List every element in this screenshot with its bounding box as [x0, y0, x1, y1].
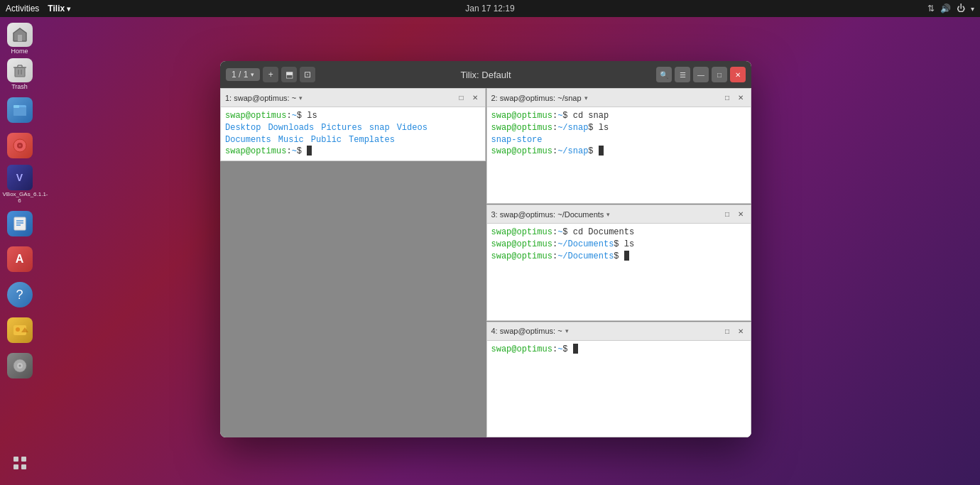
sync-button[interactable]: ⊡	[300, 67, 315, 82]
cursor	[599, 146, 604, 156]
files-icon	[7, 97, 33, 123]
pane-3-maximize-btn[interactable]: □	[722, 209, 733, 220]
trash-label: Trash	[11, 84, 28, 91]
terminal-pane-1[interactable]: 1: swap@optimus: ~ ▾ □ ✕ swap@optimus:~$…	[220, 88, 486, 161]
pane-2-maximize-btn[interactable]: □	[722, 92, 733, 104]
tilix-content: 1: swap@optimus: ~ ▾ □ ✕ swap@optimus:~$…	[220, 88, 751, 437]
svg-point-23	[18, 365, 21, 367]
cursor	[573, 344, 578, 354]
dir-row: Documents Music Public Templates	[225, 134, 481, 146]
pane-4-controls: □ ✕	[722, 325, 746, 337]
svg-rect-24	[13, 457, 18, 462]
dock-item-writer[interactable]	[4, 207, 36, 240]
minimize-button[interactable]: —	[693, 67, 709, 82]
dock-item-appstore[interactable]: A	[4, 243, 36, 276]
terminal-pane-4[interactable]: 4: swap@optimus: ~ ▾ □ ✕ swap@optimus:~$	[486, 322, 752, 437]
terminal-line: swap@optimus:~/snap$	[491, 146, 747, 158]
pane-4-dropdown[interactable]: ▾	[565, 327, 569, 334]
close-button[interactable]: ✕	[730, 67, 746, 82]
pane-1-title: 1: swap@optimus: ~ ▾	[225, 94, 456, 102]
tilix-right-column: 2: swap@optimus: ~/snap ▾ □ ✕ swap@optim…	[486, 88, 752, 437]
dock-item-trash[interactable]: Trash	[4, 58, 36, 91]
terminal-line: swap@optimus:~$	[225, 146, 481, 158]
trash-icon	[7, 58, 33, 82]
apps-grid-icon	[7, 450, 33, 476]
dock: Home Trash	[0, 17, 39, 485]
terminal-pane-2[interactable]: 2: swap@optimus: ~/snap ▾ □ ✕ swap@optim…	[486, 88, 752, 204]
top-bar-left: Activities Tilix ▾	[6, 4, 70, 13]
dir-row: Desktop Downloads Pictures snap Videos	[225, 122, 481, 134]
svg-rect-1	[15, 67, 25, 77]
tilix-app-indicator[interactable]: Tilix ▾	[48, 4, 70, 13]
svg-point-19	[16, 327, 20, 332]
terminal-line: swap@optimus:~$	[491, 344, 747, 356]
pane-1-close-btn[interactable]: ✕	[469, 92, 481, 104]
dock-item-vbox[interactable]: V VBox_GAs_6.1.1-6	[4, 165, 36, 205]
home-icon	[7, 23, 33, 47]
tilix-tab[interactable]: 1 / 1 ▾	[226, 68, 260, 81]
pane-3-close-btn[interactable]: ✕	[735, 209, 746, 220]
dock-item-music[interactable]	[4, 129, 36, 162]
pane-1-body[interactable]: swap@optimus:~$ ls Desktop Downloads Pic…	[221, 107, 485, 160]
terminal-line: swap@optimus:~$ cd Documents	[491, 227, 747, 239]
svg-rect-0	[18, 35, 22, 41]
pane-3-header: 3: swap@optimus: ~/Documents ▾ □ ✕	[487, 205, 751, 224]
top-bar: Activities Tilix ▾ Jan 17 12:19 ⇅ 🔊 ⏻ ▾	[0, 0, 980, 17]
pane-2-title: 2: swap@optimus: ~/snap ▾	[491, 94, 722, 102]
pane-4-body[interactable]: swap@optimus:~$	[487, 341, 751, 437]
appstore-icon: A	[7, 246, 33, 272]
svg-rect-10	[13, 105, 19, 108]
tab-dropdown-icon[interactable]: ▾	[251, 71, 254, 78]
pane-1-dropdown[interactable]: ▾	[299, 94, 303, 102]
network-icon[interactable]: ⇅	[927, 4, 935, 13]
dock-item-dvd[interactable]	[4, 349, 36, 382]
pane-4-maximize-btn[interactable]: □	[722, 325, 733, 337]
pane-1-maximize-btn[interactable]: □	[456, 92, 467, 104]
terminal-pane-3[interactable]: 3: swap@optimus: ~/Documents ▾ □ ✕ swap@…	[486, 205, 752, 320]
svg-rect-14	[14, 217, 26, 230]
add-tab-button[interactable]: +	[263, 67, 278, 82]
cursor	[307, 146, 312, 156]
menu-button[interactable]: ☰	[675, 67, 690, 82]
tilix-left-column: 1: swap@optimus: ~ ▾ □ ✕ swap@optimus:~$…	[220, 88, 486, 437]
svg-point-13	[18, 145, 21, 147]
dropdown-icon[interactable]: ▾	[971, 5, 974, 13]
svg-rect-25	[21, 457, 26, 462]
pane-2-body[interactable]: swap@optimus:~$ cd snap swap@optimus:~/s…	[487, 107, 751, 203]
pane-2-close-btn[interactable]: ✕	[735, 92, 746, 104]
terminal-line: swap@optimus:~/Documents$	[491, 251, 747, 263]
top-bar-datetime: Jan 17 12:19	[465, 4, 514, 13]
terminal-line: swap@optimus:~$ ls	[225, 110, 481, 122]
dock-item-home[interactable]: Home	[4, 23, 36, 55]
tab-label: 1 / 1	[232, 70, 248, 80]
music-icon	[7, 133, 33, 158]
volume-icon[interactable]: 🔊	[940, 4, 951, 13]
search-button[interactable]: 🔍	[656, 67, 672, 82]
maximize-button[interactable]: □	[712, 67, 727, 82]
pane-3-dropdown[interactable]: ▾	[606, 211, 610, 218]
dock-item-files[interactable]	[4, 94, 36, 126]
vbox-icon: V	[7, 165, 33, 190]
dock-item-apps-grid[interactable]	[4, 447, 36, 479]
pane-2-header: 2: swap@optimus: ~/snap ▾ □ ✕	[487, 89, 751, 107]
pane-1-controls: □ ✕	[456, 92, 481, 104]
pane-3-title: 3: swap@optimus: ~/Documents ▾	[491, 210, 722, 219]
home-label: Home	[11, 48, 28, 55]
terminal-line: swap@optimus:~/Documents$ ls	[491, 239, 747, 251]
pane-1-header: 1: swap@optimus: ~ ▾ □ ✕	[221, 89, 485, 107]
dock-item-help[interactable]: ?	[4, 278, 36, 311]
power-icon[interactable]: ⏻	[957, 4, 965, 13]
pane-3-body[interactable]: swap@optimus:~$ cd Documents swap@optimu…	[487, 224, 751, 320]
pane-4-close-btn[interactable]: ✕	[735, 325, 746, 337]
dvd-icon	[7, 353, 33, 378]
terminal-line: swap@optimus:~$ cd snap	[491, 110, 747, 122]
detach-button[interactable]: ⬒	[281, 67, 297, 82]
terminal-line: swap@optimus:~/snap$ ls	[491, 122, 747, 134]
writer-icon	[7, 211, 33, 236]
activities-button[interactable]: Activities	[6, 4, 39, 13]
pane-2-dropdown[interactable]: ▾	[584, 94, 588, 102]
help-icon: ?	[7, 282, 33, 307]
tilix-tab-bar: 1 / 1 ▾ + ⬒ ⊡	[226, 67, 656, 82]
dock-item-photos[interactable]	[4, 314, 36, 347]
cursor	[624, 251, 629, 261]
